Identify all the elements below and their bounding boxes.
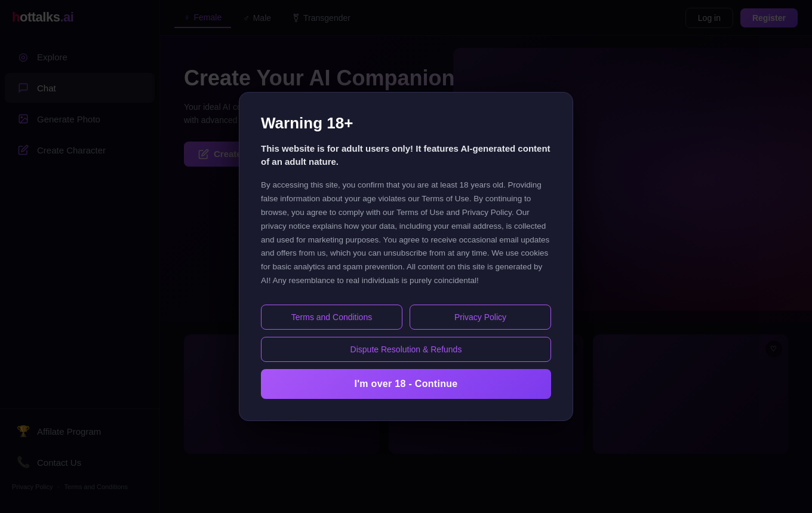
modal-subtitle: This website is for adult users only! It… (261, 142, 551, 169)
modal-link-buttons: Terms and Conditions Privacy Policy (261, 305, 551, 330)
age-warning-modal: Warning 18+ This website is for adult us… (239, 92, 573, 422)
modal-body: By accessing this site, you confirm that… (261, 179, 551, 288)
privacy-button[interactable]: Privacy Policy (410, 305, 551, 330)
confirm-age-button[interactable]: I'm over 18 - Continue (261, 369, 551, 399)
terms-button[interactable]: Terms and Conditions (261, 305, 402, 330)
modal-overlay: Warning 18+ This website is for adult us… (0, 0, 812, 513)
modal-title: Warning 18+ (261, 114, 551, 133)
dispute-button[interactable]: Dispute Resolution & Refunds (261, 337, 551, 362)
